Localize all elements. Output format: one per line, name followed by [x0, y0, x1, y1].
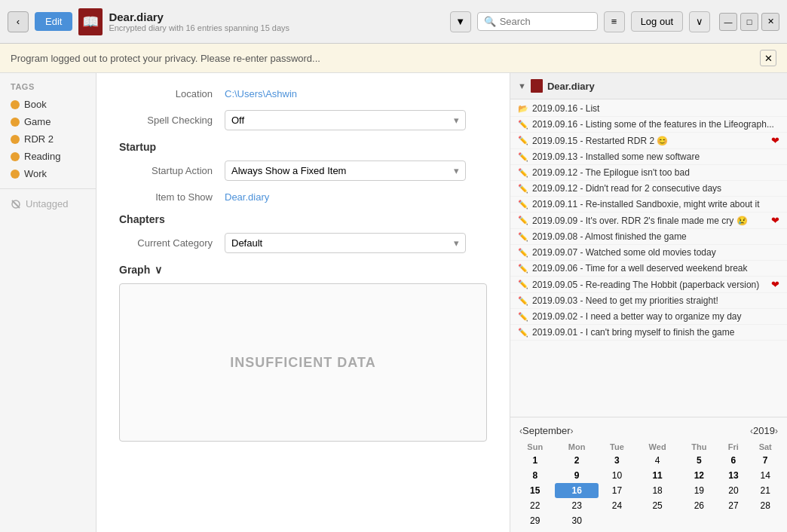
sidebar-item-book[interactable]: Book [0, 96, 96, 113]
calendar-day[interactable]: 4 [635, 453, 679, 468]
folder-icon: 📂 [518, 104, 528, 114]
graph-chevron-icon: ∨ [155, 264, 162, 276]
calendar-day[interactable]: 15 [515, 483, 555, 498]
next-year-button[interactable]: › [775, 426, 778, 436]
calendar-table: SunMonTueWedThuFriSat 123456789101112131… [515, 441, 782, 528]
menu-icon: ≡ [611, 16, 617, 27]
calendar-day [599, 513, 635, 528]
minimize-button[interactable]: — [719, 13, 737, 31]
calendar-day[interactable]: 3 [599, 453, 635, 468]
next-month-button[interactable]: › [571, 426, 574, 436]
calendar-day[interactable]: 26 [679, 498, 718, 513]
spell-checking-chevron-icon: ▾ [454, 115, 459, 126]
sidebar-item-untagged[interactable]: Untagged [0, 195, 96, 212]
calendar-day[interactable]: 10 [599, 468, 635, 483]
list-item[interactable]: ✏️2019.09.07 - Watched some old movies t… [510, 245, 787, 261]
calendar-day[interactable]: 11 [635, 468, 679, 483]
alert-close-button[interactable]: ✕ [760, 50, 776, 66]
graph-area: INSUFFICIENT DATA [119, 283, 487, 442]
search-bar[interactable]: 🔍 [477, 12, 598, 31]
diary-title: Dear.diary [547, 81, 595, 92]
calendar-day[interactable]: 19 [679, 483, 718, 498]
list-item[interactable]: ✏️2019.09.06 - Time for a well deserved … [510, 261, 787, 277]
calendar-day[interactable]: 27 [718, 498, 748, 513]
calendar-day[interactable]: 17 [599, 483, 635, 498]
calendar-day[interactable]: 6 [718, 453, 748, 468]
diary-chevron-icon[interactable]: ▼ [518, 81, 526, 90]
entry-text: 2019.09.01 - I can't bring myself to fin… [532, 327, 779, 338]
search-input[interactable] [500, 16, 590, 27]
list-item[interactable]: ✏️2019.09.03 - Need to get my priorities… [510, 293, 787, 309]
graph-section: Graph ∨ INSUFFICIENT DATA [119, 264, 487, 442]
calendar-day[interactable]: 7 [748, 453, 782, 468]
edit-button[interactable]: Edit [35, 12, 72, 31]
calendar-day[interactable]: 23 [555, 498, 598, 513]
location-value[interactable]: C:\Users\Ashwin [225, 88, 297, 99]
calendar-day[interactable]: 8 [515, 468, 555, 483]
calendar-day[interactable]: 25 [635, 498, 679, 513]
calendar-day[interactable]: 29 [515, 513, 555, 528]
search-icon: 🔍 [484, 16, 496, 27]
heart-icon: ❤ [771, 135, 779, 146]
calendar-month: September [522, 425, 571, 436]
list-item[interactable]: ✏️2019.09.11 - Re-installed Sandboxie, m… [510, 197, 787, 212]
item-to-show-value[interactable]: Dear.diary [225, 191, 269, 203]
calendar-day[interactable]: 20 [718, 483, 748, 498]
sidebar-item-work[interactable]: Work [0, 165, 96, 182]
list-item[interactable]: ✏️2019.09.02 - I need a better way to or… [510, 309, 787, 325]
list-item[interactable]: ✏️2019.09.15 - Restarted RDR 2 😊❤ [510, 133, 787, 149]
maximize-button[interactable]: □ [740, 13, 758, 31]
list-item[interactable]: ✏️2019.09.08 - Almost finished the game [510, 229, 787, 245]
list-item[interactable]: ✏️2019.09.05 - Re-reading The Hobbit (pa… [510, 277, 787, 293]
spell-checking-select[interactable]: Off ▾ [225, 110, 466, 130]
entry-text: 2019.09.13 - Installed some new software [532, 151, 779, 162]
calendar-day-header: Sat [748, 441, 782, 453]
calendar-day[interactable]: 5 [679, 453, 718, 468]
calendar-day[interactable]: 2 [555, 453, 598, 468]
current-category-select[interactable]: Default ▾ [225, 233, 466, 253]
entry-text: 2019.09.03 - Need to get my priorities s… [532, 295, 779, 306]
calendar-day[interactable]: 12 [679, 468, 718, 483]
graph-header[interactable]: Graph ∨ [119, 264, 487, 276]
sidebar-item-label: Book [24, 99, 47, 110]
entry-icon: ✏️ [518, 200, 528, 209]
calendar-day[interactable]: 16 [555, 483, 598, 498]
heart-icon: ❤ [771, 215, 779, 226]
list-item[interactable]: ✏️2019.09.16 - Listing some of the featu… [510, 117, 787, 133]
entry-text: 2019.09.09 - It's over. RDR 2's finale m… [532, 216, 767, 226]
startup-action-select[interactable]: Always Show a Fixed Item ▾ [225, 161, 466, 181]
calendar-day[interactable]: 14 [748, 468, 782, 483]
calendar-day[interactable]: 9 [555, 468, 598, 483]
filter-icon: ▼ [455, 16, 465, 27]
calendar-day[interactable]: 1 [515, 453, 555, 468]
app-name: Dear.diary [109, 11, 443, 23]
calendar-day[interactable]: 28 [748, 498, 782, 513]
list-item[interactable]: ✏️2019.09.12 - The Epilogue isn't too ba… [510, 165, 787, 181]
entry-icon: ✏️ [518, 312, 528, 322]
current-category-value: Default [231, 237, 262, 249]
calendar-day[interactable]: 18 [635, 483, 679, 498]
calendar-day-header: Tue [599, 441, 635, 453]
list-item[interactable]: 📂2019.09.16 - List [510, 101, 787, 117]
list-item[interactable]: ✏️2019.09.12 - Didn't read for 2 consecu… [510, 181, 787, 197]
filter-button[interactable]: ▼ [450, 11, 471, 32]
menu-button[interactable]: ≡ [604, 11, 625, 32]
calendar-day[interactable]: 24 [599, 498, 635, 513]
calendar-day[interactable]: 13 [718, 468, 748, 483]
calendar-day[interactable]: 21 [748, 483, 782, 498]
reading-tag-dot [11, 152, 20, 161]
back-button[interactable]: ‹ [8, 11, 29, 32]
list-item[interactable]: ✏️2019.09.09 - It's over. RDR 2's finale… [510, 212, 787, 229]
list-item[interactable]: ✏️2019.09.13 - Installed some new softwa… [510, 149, 787, 165]
sidebar-item-game[interactable]: Game [0, 113, 96, 130]
chevron-dropdown-button[interactable]: ∨ [689, 11, 710, 32]
spell-checking-row: Spell Checking Off ▾ [119, 110, 487, 130]
logout-button[interactable]: Log out [631, 11, 683, 32]
close-button[interactable]: ✕ [761, 13, 779, 31]
list-item[interactable]: ✏️2019.09.01 - I can't bring myself to f… [510, 325, 787, 341]
sidebar-item-reading[interactable]: Reading [0, 148, 96, 165]
calendar-day[interactable]: 22 [515, 498, 555, 513]
sidebar-item-rdr2[interactable]: RDR 2 [0, 130, 96, 148]
insufficient-data-text: INSUFFICIENT DATA [230, 355, 375, 371]
calendar-day[interactable]: 30 [555, 513, 598, 528]
